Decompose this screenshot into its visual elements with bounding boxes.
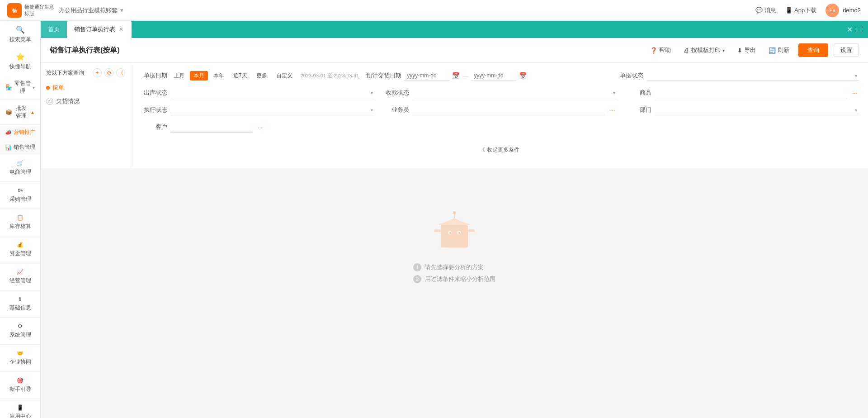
tab-expand-icon[interactable]: ⛶ <box>855 25 863 33</box>
tab-sales-order[interactable]: 销售订单执行表 ✕ <box>67 21 132 38</box>
customer-picker-icon[interactable]: ··· <box>256 124 264 131</box>
tab-minimize-icon[interactable]: ✕ <box>847 25 853 34</box>
sidebar-item-basic[interactable]: ℹ 基础信息 <box>0 290 40 318</box>
calendar-to-icon[interactable]: 📅 <box>519 72 527 79</box>
filter-date: 单据日期 上月 本月 本年 近7天 更多 自定义 2023-03-01 至 20… <box>140 71 359 81</box>
expected-date-from[interactable] <box>404 71 449 81</box>
svg-rect-9 <box>434 229 441 232</box>
export-button[interactable]: ⬇ 导出 <box>734 44 760 56</box>
page-header: 销售订单执行表(按单) ❓ 帮助 🖨 按模板打印 ▾ ⬇ 导出 <box>41 38 868 63</box>
filter-form: 单据日期 上月 本月 本年 近7天 更多 自定义 2023-03-01 至 20… <box>131 63 868 168</box>
empty-tip-1: 1 请先选择要分析的方案 <box>413 263 495 271</box>
salesperson-input[interactable] <box>413 104 604 115</box>
user-name[interactable]: demo2 <box>843 7 861 14</box>
date-label: 单据日期 <box>140 71 167 80</box>
date-tab-custom[interactable]: 自定义 <box>273 71 296 81</box>
message-icon: 💬 <box>755 7 763 14</box>
tab-close-icon[interactable]: ✕ <box>118 26 124 33</box>
sidebar-item-finance[interactable]: 💰 资金管理 <box>0 236 40 263</box>
enterprise-icon: 🤝 <box>17 350 24 356</box>
exec-status-select-wrapper <box>171 104 375 115</box>
collapse-button[interactable]: 《 收起更多条件 <box>476 142 523 157</box>
salesperson-picker-icon[interactable]: ··· <box>609 107 617 114</box>
date-tab-thismonth[interactable]: 本月 <box>190 71 208 81</box>
payment-status-select[interactable] <box>413 87 617 98</box>
main-layout: 🔍 搜索菜单 ⭐ 快捷导航 🏪 零售管理 ▾ 📦 批发管理 ▲ 📣 营销推广 <box>0 21 868 418</box>
sidebar-item-newuser[interactable]: 🎯 新手引导 <box>0 372 40 399</box>
exec-status-select[interactable] <box>171 104 375 115</box>
tab-home[interactable]: 首页 <box>41 21 67 38</box>
sidebar-item-marketing[interactable]: 📣 营销推广 <box>0 125 40 140</box>
logo-icon: 畅 <box>7 3 22 18</box>
empty-state: 1 请先选择要分析的方案 2 用过滤条件来缩小分析范围 <box>41 168 868 319</box>
wholesale-icon: 📦 <box>5 109 12 115</box>
expected-date-to[interactable] <box>471 71 516 81</box>
doc-status-label: 单据状态 <box>616 71 643 80</box>
sidebar-item-appstore[interactable]: 📱 应用中心 <box>0 399 40 418</box>
search-icon: 🔍 <box>16 25 25 34</box>
tip-num-1: 1 <box>413 263 421 271</box>
dept-select-wrapper <box>655 104 859 115</box>
scheme-panel: 按以下方案查询 + ⚙ 《 按单 ① 欠货情况 <box>41 63 131 168</box>
sidebar-item-ecommerce[interactable]: 🛒 电商管理 <box>0 155 40 182</box>
sidebar-item-operation[interactable]: 📈 经营管理 <box>0 263 40 290</box>
doc-status-select[interactable] <box>647 70 859 81</box>
system-icon: ⚙ <box>18 323 23 329</box>
date-tab-thisyear[interactable]: 本年 <box>210 71 228 81</box>
calendar-from-icon[interactable]: 📅 <box>452 72 460 79</box>
export-icon: ⬇ <box>737 47 742 54</box>
sidebar-sub-items: 📣 营销推广 📊 销售管理 <box>0 125 40 155</box>
sidebar-item-inventory[interactable]: 📋 库存核算 <box>0 209 40 236</box>
filter-row-2: 出库状态 收款状态 <box>140 87 859 98</box>
star-icon: ⭐ <box>16 52 25 61</box>
messages-action[interactable]: 💬 消息 <box>755 6 776 14</box>
user-area[interactable]: Ea demo2 <box>826 4 861 17</box>
settings-scheme-icon[interactable]: ⚙ <box>104 68 113 77</box>
logo-area: 畅 畅捷通好生意 标版 <box>7 3 54 18</box>
sidebar-item-system[interactable]: ⚙ 系统管理 <box>0 318 40 345</box>
date-tab-lastmonth[interactable]: 上月 <box>170 71 188 81</box>
inactive-scheme-circle: ① <box>46 98 53 105</box>
sidebar-item-sales[interactable]: 📊 销售管理 <box>0 140 40 155</box>
filter-goods: 商品 ··· <box>624 87 859 98</box>
goods-picker-icon[interactable]: ··· <box>850 90 859 96</box>
sidebar-item-wholesale[interactable]: 📦 批发管理 ▲ <box>0 100 40 125</box>
customer-label: 客户 <box>140 123 167 131</box>
sidebar-item-enterprise[interactable]: 🤝 企业协同 <box>0 345 40 372</box>
print-button[interactable]: 🖨 按模板打印 ▾ <box>680 44 728 56</box>
date-tab-more[interactable]: 更多 <box>253 71 271 81</box>
sidebar-item-quicknav[interactable]: ⭐ 快捷导航 <box>0 48 40 75</box>
sidebar-item-purchase[interactable]: 🛍 采购管理 <box>0 182 40 209</box>
empty-tips: 1 请先选择要分析的方案 2 用过滤条件来缩小分析范围 <box>413 263 495 283</box>
page-actions: ❓ 帮助 🖨 按模板打印 ▾ ⬇ 导出 🔄 刷新 <box>646 43 859 57</box>
refresh-button[interactable]: 🔄 刷新 <box>765 44 793 56</box>
collapse-scheme-icon[interactable]: 《 <box>116 68 125 77</box>
home-tab-label: 首页 <box>48 25 60 33</box>
stock-status-select[interactable] <box>171 87 375 98</box>
add-scheme-icon[interactable]: + <box>93 68 102 77</box>
dropdown-icon[interactable]: ▾ <box>120 7 123 14</box>
help-button[interactable]: ❓ 帮助 <box>646 44 675 56</box>
sidebar-item-search[interactable]: 🔍 搜索菜单 <box>0 21 40 48</box>
date-tab-last7[interactable]: 近7天 <box>230 71 251 81</box>
filter-salesperson: 业务员 ··· <box>382 104 617 115</box>
customer-input[interactable] <box>171 122 252 133</box>
sidebar: 🔍 搜索菜单 ⭐ 快捷导航 🏪 零售管理 ▾ 📦 批发管理 ▲ 📣 营销推广 <box>0 21 41 418</box>
collapse-up-icon: 《 <box>480 146 485 154</box>
scheme-item-shortage[interactable]: ① 欠货情况 <box>41 95 131 108</box>
filter-row-1: 单据日期 上月 本月 本年 近7天 更多 自定义 2023-03-01 至 20… <box>140 70 859 81</box>
filter-customer: 客户 ··· <box>140 122 264 133</box>
dept-select[interactable] <box>655 104 859 115</box>
top-header: 畅 畅捷通好生意 标版 办公用品行业模拟账套 ▾ 💬 消息 📱 App下载 Ea… <box>0 0 868 21</box>
scheme-item-order[interactable]: 按单 <box>41 81 131 95</box>
goods-input[interactable] <box>655 87 847 98</box>
empty-tip-2: 2 用过滤条件来缩小分析范围 <box>413 275 495 283</box>
app-download-action[interactable]: 📱 App下载 <box>785 6 816 14</box>
inventory-icon: 📋 <box>17 214 24 221</box>
newuser-icon: 🎯 <box>17 377 24 384</box>
sidebar-item-retail[interactable]: 🏪 零售管理 ▾ <box>0 75 40 100</box>
query-button[interactable]: 查询 <box>798 43 828 57</box>
svg-point-5 <box>449 232 451 234</box>
goods-label: 商品 <box>624 89 651 97</box>
settings-button[interactable]: 设置 <box>834 43 859 57</box>
